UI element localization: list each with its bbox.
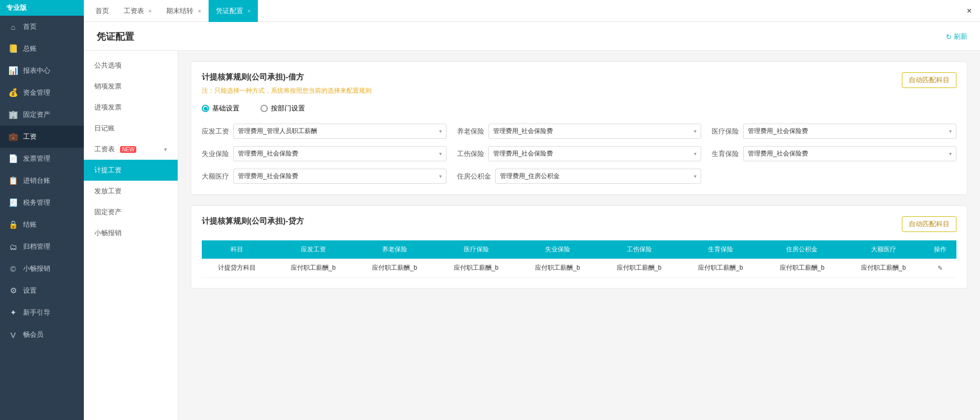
tab-voucher-config[interactable]: 凭证配置 ×	[209, 0, 258, 22]
col-subject: 科目	[202, 240, 273, 259]
col-action: 操作	[924, 240, 956, 259]
content-layout: 公共选项 销项发票 进项发票 日记账 工资表 NEW ▾ 计提工资 发放工资	[84, 51, 980, 420]
sidebar-item-purchase-sales[interactable]: 📋 进销台账	[0, 170, 84, 192]
auto-match-button-credit[interactable]: 自动匹配科目	[902, 216, 956, 232]
form-item-major-medical: 大额医疗 管理费用_社会保险费 ▾	[202, 169, 447, 184]
select-injury[interactable]: 管理费用_社会保险费 ▾	[488, 146, 702, 161]
cell-maternity: 应付职工薪酬_b	[680, 259, 761, 278]
sidebar-item-fixed-assets[interactable]: 🏢 固定资产	[0, 104, 84, 126]
credit-table: 科目 应发工资 养老保险 医疗保险 失业保险 工伤保险 生育保险 住房公积金 大…	[202, 240, 956, 278]
col-salary: 应发工资	[273, 240, 354, 259]
sidebar-item-xiaochang[interactable]: © 小畅报销	[0, 258, 84, 280]
sidebar-item-vip[interactable]: V 畅会员	[0, 324, 84, 346]
close-all-tabs-button[interactable]: ×	[963, 4, 976, 18]
sidebar-item-settings[interactable]: ⚙ 设置	[0, 280, 84, 302]
nav-item-calc-salary[interactable]: 计提工资	[84, 160, 178, 181]
tab-bar: 首页 工资表 × 期末结转 × 凭证配置 × ×	[84, 0, 980, 22]
new-badge: NEW	[120, 146, 136, 153]
tab-period-close[interactable]: 期末结转 ×	[159, 0, 208, 22]
form-item-housing: 住房公积金 管理费用_住房公积金 ▾	[457, 169, 702, 184]
settings-icon: ⚙	[8, 286, 18, 295]
col-maternity: 生育保险	[680, 240, 761, 259]
col-unemployment: 失业保险	[517, 240, 598, 259]
sidebar-item-close[interactable]: 🔒 结账	[0, 214, 84, 236]
edit-icon[interactable]: ✎	[938, 264, 943, 272]
radio-row: 基础设置 按部门设置	[202, 104, 956, 113]
nav-item-issue-salary[interactable]: 发放工资	[84, 181, 178, 202]
sidebar-item-report[interactable]: 📊 报表中心	[0, 60, 84, 82]
cell-housing: 应付职工薪酬_b	[761, 259, 843, 278]
cell-action[interactable]: ✎	[924, 259, 956, 278]
select-medical[interactable]: 管理费用_社会保险费 ▾	[743, 124, 956, 139]
label-maternity: 生育保险	[712, 149, 739, 159]
col-medical: 医疗保险	[435, 240, 517, 259]
tab-close-period[interactable]: ×	[198, 8, 201, 14]
label-major-medical: 大额医疗	[202, 172, 229, 181]
nav-item-public[interactable]: 公共选项	[84, 55, 178, 76]
invoice-icon: 📄	[8, 154, 18, 163]
arrow-icon: ▾	[439, 128, 442, 134]
sidebar-item-home[interactable]: ⌂ 首页	[0, 16, 84, 38]
main-area: 首页 工资表 × 期末结转 × 凭证配置 × × 凭证配置 ↻ 刷新 公共选项	[84, 0, 980, 420]
nav-item-xiaochang[interactable]: 小畅报销	[84, 223, 178, 244]
label-injury: 工伤保险	[457, 149, 484, 159]
section-debit: 计提核算规则(公司承担)-借方 注：只能选择一种方式，系统将按照您当前的选择来配…	[191, 61, 967, 195]
label-housing: 住房公积金	[457, 172, 491, 181]
tab-salary-table[interactable]: 工资表 ×	[116, 0, 159, 22]
radio-basic-circle	[202, 105, 209, 112]
vip-icon: V	[8, 330, 18, 339]
sidebar-item-guide[interactable]: ✦ 新手引导	[0, 302, 84, 324]
radio-dept-circle	[260, 105, 268, 112]
section-credit: 计提核算规则(公司承担)-贷方 自动匹配科目 科目 应发工资 养老保险 医疗保险…	[191, 205, 967, 289]
tab-home[interactable]: 首页	[88, 0, 116, 22]
select-maternity[interactable]: 管理费用_社会保险费 ▾	[743, 146, 956, 161]
sidebar-item-invoice-mgmt[interactable]: 📄 发票管理	[0, 148, 84, 170]
sidebar-item-tax[interactable]: 🧾 税务管理	[0, 192, 84, 214]
close-books-icon: 🔒	[8, 220, 18, 229]
section-title-debit: 计提核算规则(公司承担)-借方	[202, 72, 372, 82]
select-housing[interactable]: 管理费用_住房公积金 ▾	[495, 169, 702, 184]
sidebar-item-ledger[interactable]: 📒 总账	[0, 38, 84, 60]
page-title: 凭证配置	[96, 30, 134, 50]
form-item-empty	[712, 169, 956, 184]
refresh-icon: ↻	[946, 33, 952, 41]
sidebar: 专业版 ⌂ 首页 📒 总账 📊 报表中心 💰 资金管理 🏢 固定资产 💼 工资 …	[0, 0, 84, 420]
report-icon: 📊	[8, 66, 18, 75]
nav-item-fixed-assets[interactable]: 固定资产	[84, 202, 178, 223]
tab-close-voucher[interactable]: ×	[247, 8, 251, 14]
select-salary[interactable]: 管理费用_管理人员职工薪酬 ▾	[233, 124, 447, 139]
nav-item-salary-table[interactable]: 工资表 NEW ▾	[84, 139, 178, 160]
auto-match-button-debit[interactable]: 自动匹配科目	[902, 72, 956, 88]
select-pension[interactable]: 管理费用_社会保险费 ▾	[488, 124, 702, 139]
form-item-unemployment: 失业保险 管理费用_社会保险费 ▾	[202, 146, 447, 161]
select-unemployment[interactable]: 管理费用_社会保险费 ▾	[233, 146, 447, 161]
sidebar-item-archive[interactable]: 🗂 归档管理	[0, 236, 84, 258]
form-item-medical: 医疗保险 管理费用_社会保险费 ▾	[712, 124, 956, 139]
tab-close-salary[interactable]: ×	[148, 8, 151, 14]
table-row: 计提贷方科目 应付职工薪酬_b 应付职工薪酬_b 应付职工薪酬_b 应付职工薪酬…	[202, 259, 956, 278]
left-nav: 公共选项 销项发票 进项发票 日记账 工资表 NEW ▾ 计提工资 发放工资	[84, 51, 178, 420]
sidebar-item-capital[interactable]: 💰 资金管理	[0, 82, 84, 104]
radio-by-dept[interactable]: 按部门设置	[260, 104, 305, 113]
arrow-icon: ▾	[694, 151, 696, 157]
nav-item-cancel-invoice[interactable]: 销项发票	[84, 76, 178, 97]
arrow-icon: ▾	[949, 151, 952, 157]
page-header: 凭证配置 ↻ 刷新	[84, 22, 980, 51]
col-major-medical: 大额医疗	[843, 240, 924, 259]
label-medical: 医疗保险	[712, 127, 739, 136]
nav-item-journal[interactable]: 日记账	[84, 118, 178, 139]
expand-icon: ▾	[164, 146, 167, 153]
select-major-medical[interactable]: 管理费用_社会保险费 ▾	[233, 169, 447, 184]
home-icon: ⌂	[8, 23, 18, 31]
arrow-icon: ▾	[694, 173, 696, 179]
guide-icon: ✦	[8, 308, 18, 317]
ledger-icon: 📒	[8, 44, 18, 53]
arrow-icon: ▾	[439, 151, 442, 157]
nav-item-input-invoice[interactable]: 进项发票	[84, 97, 178, 118]
cell-subject: 计提贷方科目	[202, 259, 273, 278]
cell-injury: 应付职工薪酬_b	[598, 259, 680, 278]
radio-basic[interactable]: 基础设置	[202, 104, 239, 113]
cell-unemployment: 应付职工薪酬_b	[517, 259, 598, 278]
sidebar-item-salary[interactable]: 💼 工资	[0, 126, 84, 148]
refresh-button[interactable]: ↻ 刷新	[946, 32, 967, 49]
